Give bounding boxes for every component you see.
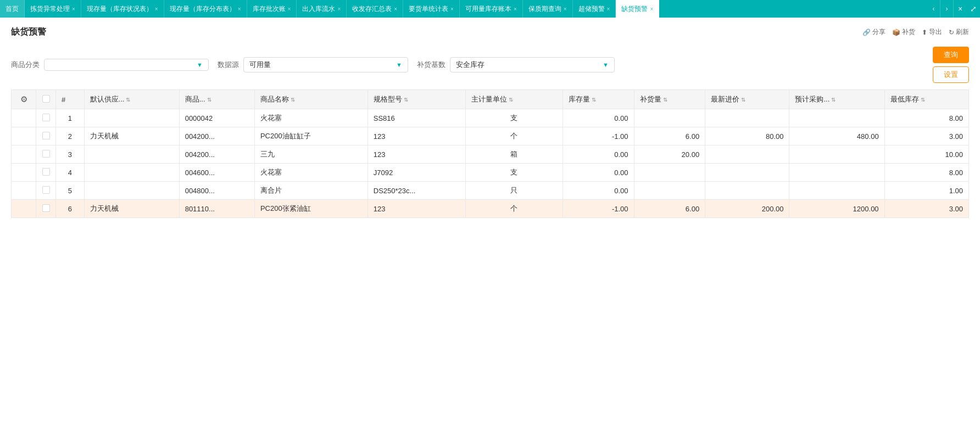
nav-tab-inventory-status[interactable]: 现存量（库存状况表）× xyxy=(81,0,164,18)
nav-tab-close-available-ledger[interactable]: × xyxy=(514,6,517,12)
nav-tab-expiry-query[interactable]: 保质期查询× xyxy=(523,0,573,18)
restock-action[interactable]: 📦 补货 xyxy=(892,27,915,37)
cell-est-purchase-0 xyxy=(789,109,884,127)
nav-tab-close-inout-flow[interactable]: × xyxy=(337,6,341,12)
cell-min-stock-0: 8.00 xyxy=(884,109,968,127)
restock-label: 补货 xyxy=(902,27,915,37)
data-table: ⚙ # 默认供应...⇅ 商品...⇅ 商品名称⇅ 规格型号⇅ 主计量单位⇅ 库… xyxy=(11,89,969,218)
nav-tab-close-receive-summary[interactable]: × xyxy=(394,6,397,12)
nav-tab-home[interactable]: 首页 xyxy=(0,0,25,18)
cell-unit-4: 只 xyxy=(465,182,563,200)
sort-unit-icon: ⇅ xyxy=(509,97,513,103)
row-checkbox-1[interactable] xyxy=(42,132,50,139)
main-content: 缺货预警 🔗 分享 📦 补货 ⬆ 导出 ↻ 刷新 商品分类 xyxy=(0,18,980,437)
share-icon: 🔗 xyxy=(862,29,871,36)
filter-buttons: 查询 设置 xyxy=(933,47,969,83)
row-checkbox-3[interactable] xyxy=(42,168,50,176)
nav-tab-close-inventory-dist[interactable]: × xyxy=(238,6,241,12)
export-action[interactable]: ⬆ 导出 xyxy=(922,27,942,37)
export-label: 导出 xyxy=(929,27,942,37)
cell-checkbox-3 xyxy=(36,164,56,182)
sort-spec-icon: ⇅ xyxy=(404,97,408,103)
nav-tab-close-exception[interactable]: × xyxy=(72,6,75,12)
nav-tab-batch-account[interactable]: 库存批次账× xyxy=(247,0,297,18)
cell-stock-5: -1.00 xyxy=(563,200,634,218)
cell-supplier-3 xyxy=(84,164,179,182)
th-unit: 主计量单位⇅ xyxy=(465,90,563,109)
nav-next-arrow[interactable]: › xyxy=(940,0,954,18)
share-action[interactable]: 🔗 分享 xyxy=(862,27,886,37)
cell-item-name-2: 三九 xyxy=(254,145,368,164)
select-all-checkbox[interactable] xyxy=(42,95,50,103)
cell-item-code-2: 004200... xyxy=(179,145,254,164)
cell-restock-qty-2: 20.00 xyxy=(634,145,705,164)
nav-tab-inventory-dist[interactable]: 现存量（库存分布表）× xyxy=(164,0,247,18)
row-checkbox-0[interactable] xyxy=(42,114,50,121)
cell-stock-2: 0.00 xyxy=(563,145,634,164)
row-checkbox-4[interactable] xyxy=(42,186,50,194)
sort-restock-qty-icon: ⇅ xyxy=(663,97,667,103)
cell-restock-qty-4 xyxy=(634,182,705,200)
nav-tab-order-stats[interactable]: 要货单统计表× xyxy=(403,0,460,18)
nav-tab-overstock-warning[interactable]: 超储预警× xyxy=(573,0,616,18)
cell-min-stock-1: 3.00 xyxy=(884,127,968,145)
datasource-filter-label: 数据源 xyxy=(218,60,239,70)
settings-button[interactable]: 设置 xyxy=(933,66,969,83)
th-num: # xyxy=(56,90,85,109)
category-select[interactable]: ▼ xyxy=(44,59,209,71)
cell-item-name-5: PC200张紧油缸 xyxy=(254,200,368,218)
nav-tab-close-batch-account[interactable]: × xyxy=(288,6,291,12)
nav-tab-exception[interactable]: 拣货异常处理× xyxy=(25,0,81,18)
restock-base-label: 补货基数 xyxy=(417,60,446,70)
restock-base-select[interactable]: 安全库存 ▼ xyxy=(450,57,615,72)
nav-tab-close-inventory-status[interactable]: × xyxy=(155,6,158,12)
table-row: 5 004800... 离合片 DS250*23c... 只 0.00 1.00 xyxy=(12,182,969,200)
query-button[interactable]: 查询 xyxy=(933,47,969,63)
refresh-action[interactable]: ↻ 刷新 xyxy=(949,27,969,37)
cell-item-name-3: 火花塞 xyxy=(254,164,368,182)
cell-est-purchase-4 xyxy=(789,182,884,200)
nav-tab-shortage-warning[interactable]: 缺货预警× xyxy=(616,0,659,18)
cell-item-code-3: 004600... xyxy=(179,164,254,182)
nav-close-all-button[interactable]: × xyxy=(954,0,967,18)
cell-supplier-4 xyxy=(84,182,179,200)
datasource-select[interactable]: 可用量 ▼ xyxy=(243,57,408,72)
nav-tab-close-order-stats[interactable]: × xyxy=(450,6,454,12)
nav-tab-close-expiry-query[interactable]: × xyxy=(564,6,567,12)
nav-prev-arrow[interactable]: ‹ xyxy=(927,0,940,18)
cell-num-4: 5 xyxy=(56,182,85,200)
nav-tab-label: 保质期查询 xyxy=(528,4,561,14)
th-latest-price: 最新进价⇅ xyxy=(705,90,789,109)
cell-gear-0 xyxy=(12,109,36,127)
restock-icon: 📦 xyxy=(892,29,900,36)
category-select-arrow: ▼ xyxy=(197,61,203,68)
cell-num-2: 3 xyxy=(56,145,85,164)
sort-latest-price-icon: ⇅ xyxy=(741,97,745,103)
table-row: 2 力天机械 004200... PC200油缸缸子 123 个 -1.00 6… xyxy=(12,127,969,145)
gear-icon[interactable]: ⚙ xyxy=(20,94,27,104)
refresh-label: 刷新 xyxy=(956,27,969,37)
nav-tab-inout-flow[interactable]: 出入库流水× xyxy=(297,0,347,18)
nav-tab-close-shortage-warning[interactable]: × xyxy=(650,6,653,12)
nav-expand-button[interactable]: ⤢ xyxy=(967,0,980,18)
nav-tab-receive-summary[interactable]: 收发存汇总表× xyxy=(347,0,403,18)
row-checkbox-2[interactable] xyxy=(42,150,50,158)
nav-tab-label: 出入库流水 xyxy=(302,4,335,14)
cell-gear-1 xyxy=(12,127,36,145)
cell-gear-2 xyxy=(12,145,36,164)
th-gear: ⚙ xyxy=(12,90,36,109)
header-actions: 🔗 分享 📦 补货 ⬆ 导出 ↻ 刷新 xyxy=(862,27,969,37)
th-item-name: 商品名称⇅ xyxy=(254,90,368,109)
nav-tab-close-overstock-warning[interactable]: × xyxy=(607,6,610,12)
row-checkbox-5[interactable] xyxy=(42,204,50,212)
nav-tab-label: 可用量库存账本 xyxy=(465,4,511,14)
cell-restock-qty-3 xyxy=(634,164,705,182)
cell-stock-4: 0.00 xyxy=(563,182,634,200)
sort-supplier-icon: ⇅ xyxy=(126,97,130,103)
datasource-filter-group: 数据源 可用量 ▼ xyxy=(218,57,408,72)
cell-supplier-0 xyxy=(84,109,179,127)
nav-tab-available-ledger[interactable]: 可用量库存账本× xyxy=(460,0,523,18)
cell-restock-qty-5: 6.00 xyxy=(634,200,705,218)
sort-item-code-icon: ⇅ xyxy=(207,97,211,103)
top-nav-bar: 首页拣货异常处理×现存量（库存状况表）×现存量（库存分布表）×库存批次账×出入库… xyxy=(0,0,980,18)
